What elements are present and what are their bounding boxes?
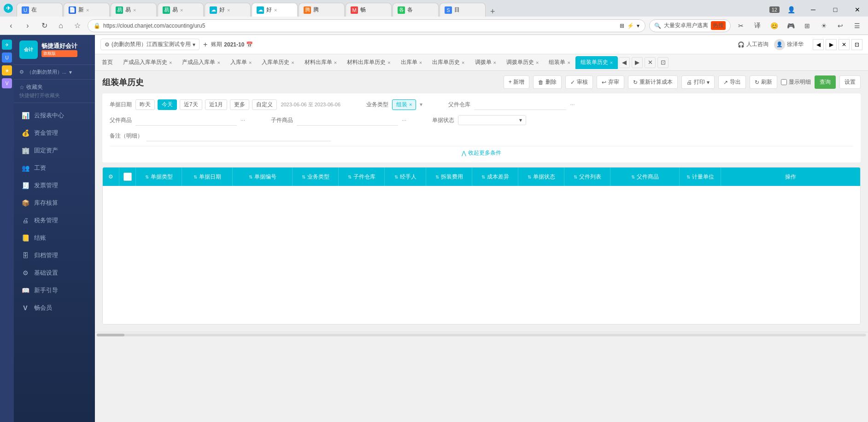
undo-icon[interactable]: ↩ [834,19,847,32]
grid-view-icon[interactable]: ⊞ [801,19,814,32]
browser-tab-5[interactable]: ☁ 好 × [205,3,251,17]
sidebar-item-settings[interactable]: ⚙ 基础设置 [14,264,95,282]
sidebar-item-member[interactable]: V 畅会员 [14,299,95,317]
display-detail-checkbox[interactable]: 显示明细 [781,78,811,86]
sidebar-item-archive[interactable]: 🗄 归档管理 [14,247,95,264]
browser-tab-8[interactable]: ☁ 好 × [252,3,298,17]
th-settings[interactable]: ⚙ [103,168,119,186]
page-tab-4[interactable]: 入库单历史 × [257,56,299,69]
emoji-icon[interactable]: 😊 [768,19,780,32]
new-tab-button[interactable]: + [487,7,499,17]
query-button[interactable]: 查询 [815,75,836,89]
page-tab-7[interactable]: 出库单 × [396,56,427,69]
sidebar-item-reports[interactable]: 📊 云报表中心 [14,107,95,124]
page-tab-12-active[interactable]: 组装单历史 × [575,56,618,69]
display-detail-input[interactable] [781,79,787,85]
sidebar-item-assets[interactable]: 🏢 固定资产 [14,142,95,159]
add-company-button[interactable]: + [203,40,207,49]
tab-scroll-right[interactable]: ▶ [632,57,643,68]
translate-icon[interactable]: 译 [751,19,764,32]
th-date[interactable]: ⇅ 单据日期 [182,168,233,186]
browser-tab-10[interactable]: M 畅 [346,3,392,17]
calendar-icon[interactable]: 📅 [246,41,253,48]
page-tab-2[interactable]: 产成品入库单 × [177,56,225,69]
browser-tab-4[interactable]: 易 易 × [158,3,204,17]
tab-close-6[interactable]: × [387,60,390,65]
org-selector[interactable]: ⚙ （勿删勿禁用）... ▾ [19,69,89,75]
tab-close-1[interactable]: × [169,60,172,65]
date-btn-more[interactable]: 更多 [230,99,249,110]
browser-tab-1[interactable]: U 在 [17,3,63,17]
scrollbar[interactable] [95,332,868,337]
close-button[interactable]: ✕ [847,3,868,17]
th-disassemble-fee[interactable]: ⇅ 拆装费用 [426,168,472,186]
panel-close-btn[interactable]: ✕ [839,39,850,50]
page-tab-11[interactable]: 组装单 × [544,56,575,69]
browser-tab-3[interactable]: 易 易 × [111,3,157,17]
biz-type-dropdown[interactable]: ▾ [420,101,422,108]
date-btn-1month[interactable]: 近1月 [205,99,228,110]
remove-biz-type[interactable]: × [409,102,412,107]
browser-tab-2[interactable]: 📄 新 × [64,3,110,17]
user-menu[interactable]: 👤 徐泽华 [774,39,803,50]
search-box[interactable]: 🔍 大量安卓用户逃离 热搜 [649,19,731,32]
tab-close-8[interactable]: × [462,60,464,65]
sidebar-item-tax[interactable]: 🖨 税务管理 [14,212,95,229]
collapse-btn[interactable]: ⋀ 收起更多条件 [110,146,853,157]
sun-icon[interactable]: ☀ [817,19,830,32]
th-unit[interactable]: ⇅ 计量单位 [680,168,721,186]
export-button[interactable]: ↗ 导出 [718,75,746,89]
browser-tab-11[interactable]: 各 各 [393,3,439,17]
back-button[interactable]: ‹ [5,19,18,32]
app-icon-2[interactable]: U [2,52,12,63]
tab-close-2[interactable]: × [86,7,89,13]
scissors-icon[interactable]: ✂ [734,19,747,32]
date-btn-today[interactable]: 今天 [158,99,177,110]
tab-close-all[interactable]: ✕ [645,57,656,68]
abandon-button[interactable]: ↩ 弃审 [597,75,624,89]
page-tab-9[interactable]: 调拨单 × [470,56,501,69]
app-icon-3[interactable]: ★ [2,65,12,75]
panel-expand-btn[interactable]: ⊡ [851,39,862,50]
parent-warehouse-more[interactable]: ··· [570,101,575,108]
profile-button[interactable]: 👤 [780,3,802,17]
app-icon-1[interactable]: ✈ [2,40,12,50]
refresh-button-page[interactable]: ↻ 刷新 [750,75,777,89]
tab-close-3[interactable]: × [249,60,252,65]
minimize-button[interactable]: ─ [803,3,824,17]
sidebar-item-guide[interactable]: 📖 新手引导 [14,282,95,299]
forward-button[interactable]: › [21,19,34,32]
favorites-title[interactable]: ☆ 收藏夹 [19,83,89,91]
th-status[interactable]: ⇅ 单据状态 [518,168,564,186]
new-button[interactable]: + 新增 [504,75,529,89]
tab-close-3[interactable]: × [133,7,136,13]
th-number[interactable]: ⇅ 单据编号 [233,168,293,186]
tab-close-5[interactable]: × [227,7,230,13]
tab-scroll-left[interactable]: ◀ [619,57,630,68]
settings-btn[interactable]: 设置 [839,75,861,89]
sidebar-item-inventory[interactable]: 📦 库存核算 [14,194,95,212]
page-tab-8[interactable]: 出库单历史 × [427,56,469,69]
page-tab-home[interactable]: 首页 [97,56,118,69]
game-icon[interactable]: 🎮 [784,19,797,32]
print-dropdown[interactable]: ▾ [707,79,710,86]
star-button[interactable]: ☆ [71,19,84,32]
tab-close-4[interactable]: × [180,7,183,13]
th-type[interactable]: ⇅ 单据类型 [136,168,182,186]
tab-close-10[interactable]: × [536,60,539,65]
service-button[interactable]: 🎧 人工咨询 [738,40,768,48]
page-tab-5[interactable]: 材料出库单 × [299,56,342,69]
home-button[interactable]: ⌂ [54,19,67,32]
dropdown-icon[interactable]: ▾ [637,23,639,29]
recalculate-button[interactable]: ↻ 重新计算成本 [628,75,678,89]
sidebar-item-payroll[interactable]: 👥 工资 [14,159,95,177]
th-cost-diff[interactable]: ⇅ 成本差异 [472,168,518,186]
sidebar-item-funds[interactable]: 💰 资金管理 [14,124,95,142]
tab-close-4[interactable]: × [291,60,294,65]
date-btn-yesterday[interactable]: 昨天 [135,99,155,110]
delete-button[interactable]: 🗑 删除 [533,75,562,89]
maximize-button[interactable]: □ [825,3,846,17]
th-parent-goods[interactable]: ⇅ 父件商品 [610,168,680,186]
tab-more[interactable]: ⊡ [657,57,669,68]
tab-close-2[interactable]: × [217,60,220,65]
